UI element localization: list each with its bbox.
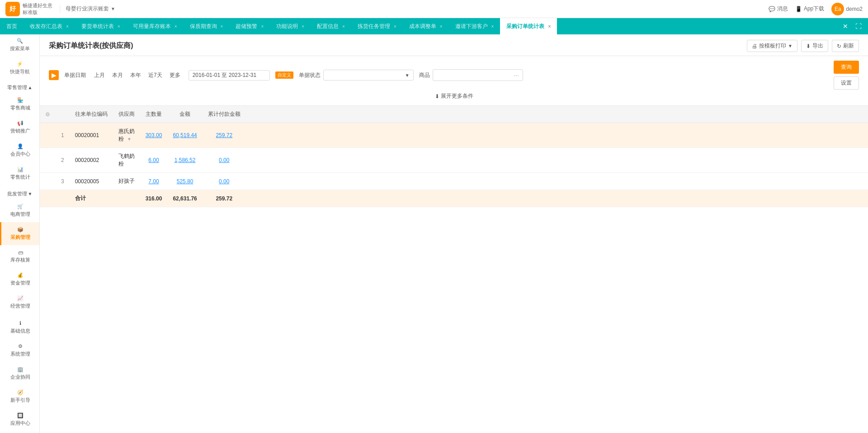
date-shortcuts: 上月 本月 本年 近7天 更多 (91, 71, 183, 80)
expand-more-button[interactable]: ⬇ 展开更多条件 (435, 92, 473, 100)
close-icon[interactable]: × (302, 24, 304, 29)
close-icon[interactable]: × (261, 24, 264, 29)
row-index: 2 (56, 148, 70, 173)
sidebar-item-retail[interactable]: 零售管理 ▲ (0, 81, 39, 93)
close-all-tabs-button[interactable]: ✕ (840, 22, 851, 31)
data-table: ⚙ 往来单位编码 供应商 主数量 金额 累计付款金额 1 (40, 106, 868, 207)
more-dots-icon: ··· (514, 71, 519, 79)
close-icon[interactable]: × (440, 24, 443, 29)
sidebar-item-app-center[interactable]: 🔲 应用中心 (0, 408, 39, 431)
guide-icon: 🧭 (17, 390, 24, 395)
close-icon[interactable]: × (66, 24, 69, 29)
sidebar-item-guide[interactable]: 🧭 新手引导 (0, 385, 39, 408)
paid-link[interactable]: 0.00 (219, 157, 229, 163)
sidebar-item-operations[interactable]: 📈 经营管理 (0, 291, 39, 314)
message-icon: 💬 (769, 6, 775, 12)
tab-chaochuyu[interactable]: 超储预警 × (229, 18, 270, 34)
app-download-button[interactable]: 📱 App下载 (795, 5, 824, 13)
sidebar-item-shortcut[interactable]: ⚡ 快捷导航 (0, 57, 39, 79)
tab-yaoqing[interactable]: 邀请下游客户 × (449, 18, 500, 34)
sidebar-item-batch[interactable]: 批发管理 ▼ (0, 187, 39, 199)
date-btn-this-year[interactable]: 本年 (127, 71, 144, 80)
goods-input[interactable]: ··· (433, 69, 523, 81)
col-main-qty: 主数量 (140, 106, 168, 123)
date-label: 单据日期 (64, 71, 86, 79)
footer-label: 合计 (70, 190, 140, 207)
tab-home[interactable]: 首页 (0, 18, 24, 34)
filter-toggle-button[interactable]: ▶ (49, 70, 59, 80)
top-bar-right: 💬 消息 📱 App下载 Ea demo2 (769, 3, 863, 15)
chevron-down-icon: ▼ (111, 6, 115, 11)
close-icon[interactable]: × (342, 24, 345, 29)
sidebar-item-marketing[interactable]: 📢 营销推广 (0, 116, 39, 139)
sidebar-item-enterprise[interactable]: 🏢 企业协同 (0, 362, 39, 385)
date-btn-more[interactable]: 更多 (167, 71, 183, 80)
date-range-input[interactable]: 2016-01-01 至 2023-12-31 (189, 70, 270, 81)
user-profile-button[interactable]: Ea demo2 (831, 3, 863, 15)
close-icon[interactable]: × (221, 24, 223, 29)
paid-cell: 259.72 (203, 123, 246, 148)
paid-link[interactable]: 259.72 (216, 132, 232, 138)
qty-link[interactable]: 6.00 (148, 157, 159, 163)
app-center-icon: 🔲 (17, 413, 24, 419)
status-select[interactable]: ▼ (323, 70, 414, 81)
sidebar-item-basic-info[interactable]: ℹ 基础信息 (0, 316, 39, 339)
date-btn-this-month[interactable]: 本月 (109, 71, 126, 80)
paid-cell: 0.00 (203, 173, 246, 190)
filter-expand-row: ⬇ 展开更多条件 (49, 90, 859, 101)
row-index: 3 (56, 173, 70, 190)
tab-peizhi[interactable]: 配置信息 × (311, 18, 351, 34)
sidebar-item-search[interactable]: 🔍 搜索菜单 (0, 34, 39, 56)
sidebar-item-purchase[interactable]: 📦 采购管理 (0, 222, 39, 245)
sidebar-item-retail-mall[interactable]: 🏪 零售商城 (0, 93, 39, 116)
date-btn-7days[interactable]: 近7天 (146, 71, 165, 80)
amount-link[interactable]: 1,586.52 (175, 157, 196, 163)
logo-area: 好 畅捷通好生意 标准版 (5, 2, 52, 16)
fullscreen-button[interactable]: ⛶ (853, 22, 864, 31)
close-icon[interactable]: × (175, 24, 177, 29)
sidebar-item-inventory[interactable]: 🗃 库存核算 (0, 245, 39, 268)
sidebar-item-wechat[interactable]: 💬 企业微信 (0, 431, 39, 433)
footer-row: 合计 316.00 62,631.76 259.72 (40, 190, 868, 207)
tab-gongnengshuo[interactable]: 功能说明 × (270, 18, 311, 34)
amount-link[interactable]: 60,519.44 (173, 132, 197, 138)
template-print-button[interactable]: 🖨 按模板打印 ▼ (747, 40, 797, 52)
close-icon[interactable]: × (118, 24, 120, 29)
column-settings-icon[interactable]: ⚙ (45, 111, 50, 118)
footer-empty-1 (40, 190, 56, 207)
workspace-selector[interactable]: 母婴行业演示账套 ▼ (60, 5, 115, 13)
date-custom-badge[interactable]: 自定义 (275, 71, 293, 79)
sidebar-item-ecommerce[interactable]: 🛒 电商管理 (0, 199, 39, 222)
tab-keyongliang[interactable]: 可用量库存账本 × (127, 18, 184, 34)
sidebar-item-retail-stats[interactable]: 📊 零售统计 (0, 162, 39, 185)
finance-icon: 💰 (17, 272, 24, 278)
tab-paohuo[interactable]: 拣货任务管理 × (351, 18, 403, 34)
qty-link[interactable]: 7.00 (148, 178, 159, 185)
table-body: 1 00020001 惠氏奶粉 ▼ 303.00 60,519.44 (40, 123, 868, 190)
footer-qty: 316.00 (140, 190, 168, 207)
tab-baozhi[interactable]: 保质期查询 × (184, 18, 230, 34)
row-extra (246, 123, 868, 148)
col-amount: 金额 (167, 106, 202, 123)
tab-yaohuodantongji[interactable]: 要货单统计表 × (75, 18, 127, 34)
amount-link[interactable]: 525.80 (177, 178, 193, 185)
refresh-button[interactable]: ↻ 刷新 (832, 40, 859, 52)
tab-chengbentiaoz[interactable]: 成本调整单 × (403, 18, 449, 34)
qty-link[interactable]: 303.00 (146, 132, 162, 138)
shortcut-icon: ⚡ (17, 61, 23, 67)
paid-link[interactable]: 0.00 (219, 178, 229, 185)
export-button[interactable]: ⬇ 导出 (801, 40, 828, 52)
tab-caigou[interactable]: 采购订单统计表 × (500, 18, 557, 34)
table-header: ⚙ 往来单位编码 供应商 主数量 金额 累计付款金额 (40, 106, 868, 123)
sidebar-item-finance[interactable]: 💰 资金管理 (0, 268, 39, 291)
date-btn-last-month[interactable]: 上月 (91, 71, 108, 80)
sidebar-item-system[interactable]: ⚙ 系统管理 (0, 339, 39, 362)
message-button[interactable]: 💬 消息 (769, 5, 788, 13)
settings-button[interactable]: 设置 (834, 76, 859, 90)
close-icon[interactable]: × (394, 24, 396, 29)
close-icon[interactable]: × (548, 24, 551, 29)
query-button[interactable]: 查询 (834, 61, 859, 74)
sidebar-item-member[interactable]: 👤 会员中心 (0, 139, 39, 162)
tab-shoufahuizong[interactable]: 收发存汇总表 × (24, 18, 75, 34)
close-icon[interactable]: × (491, 24, 494, 29)
